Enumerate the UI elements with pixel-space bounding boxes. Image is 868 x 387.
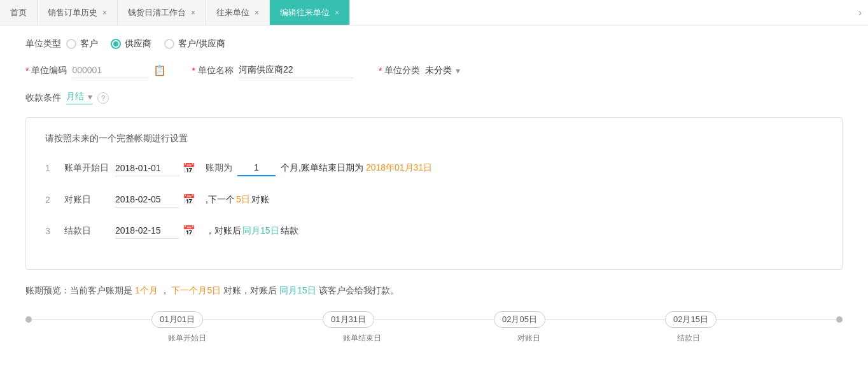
unit-code-input[interactable] [72,62,148,78]
row-2-desc1: ,下一个 [206,194,235,206]
setting-row-1: 1 账单开始日 📅 账期为 个月,账单结束日期为 2018年01月31日 [45,160,823,176]
radio-both-label: 客户/供应商 [178,38,225,50]
row-1-desc-suffix: 个月,账单结束日期为 [281,162,363,174]
tab-sales-history[interactable]: 销售订单历史 × [38,0,118,25]
timeline: 01月01日 01月31日 02月05日 02月15日 [25,311,843,344]
unit-category-value: 未分类 [425,65,452,76]
radio-both[interactable]: 客户/供应商 [164,38,225,50]
unit-code-star: * [25,66,29,76]
row-3-label: 结款日 [64,225,115,237]
tab-sales-history-close[interactable]: × [102,8,107,17]
unit-type-radio-group: 客户 供应商 客户/供应商 [66,38,225,50]
preview-mid2: 对账，对账后 [223,285,277,295]
unit-category-group: * 单位分类 未分类 ▾ [379,65,460,76]
timeline-date-1: 01月01日 [151,311,203,328]
timeline-date-3: 02月05日 [494,311,545,328]
payment-row: 收款条件 月结 ▾ ? [25,91,843,104]
radio-supplier-label: 供应商 [125,38,151,50]
unit-name-input[interactable] [239,62,353,78]
timeline-label-1: 账单开始日 [168,333,206,344]
timeline-label-1-text: 账单开始日 [168,333,206,344]
radio-both-circle [164,39,174,49]
payment-dropdown[interactable]: 月结 ▾ [66,91,92,104]
row-2-date-input[interactable] [115,192,179,208]
row-2-calendar-icon[interactable]: 📅 [183,194,195,206]
row-2-label: 对账日 [64,194,115,206]
setting-row-3: 3 结款日 📅 ，对账后 同月15日 结款 [45,223,823,239]
row-3-desc1: ，对账后 [206,225,241,237]
unit-name-label: 单位名称 [198,65,234,76]
timeline-left-dot [25,316,32,323]
timeline-right-dot [836,316,843,323]
unit-name-group: * 单位名称 [192,62,353,78]
radio-customer-circle [66,39,76,49]
row-1-highlight-date: 2018年01月31日 [366,162,432,174]
tab-partners-close[interactable]: × [255,8,259,17]
tab-cash-clear-close[interactable]: × [191,8,195,17]
row-1-period-input[interactable] [237,160,276,176]
tab-sales-history-label: 销售订单历史 [48,7,97,18]
tab-home[interactable]: 首页 [0,0,38,25]
row-1-label: 账单开始日 [64,162,115,174]
row-3-calendar-icon[interactable]: 📅 [183,225,195,237]
preview-suffix: 该客户会给我打款。 [319,285,399,295]
tab-home-label: 首页 [10,7,27,18]
unit-name-star: * [192,66,195,76]
row-3-highlight: 同月15日 [242,225,279,237]
unit-category-star: * [379,66,382,76]
timeline-line-5 [717,320,836,320]
tab-cash-clear[interactable]: 钱货日清工作台 × [118,0,206,25]
tab-partners[interactable]: 往来单位 × [206,0,270,25]
payment-value: 月结 [66,91,84,102]
row-1-desc-prefix: 账期为 [206,162,232,174]
unit-info-row: * 单位编码 📋 * 单位名称 * 单位分类 未分类 ▾ [25,62,843,78]
preview-prefix: 账期预览：当前客户账期是 [25,285,132,295]
unit-code-label: 单位编码 [31,65,67,76]
row-3-date-input[interactable] [115,223,179,239]
row-2-num: 2 [45,195,64,205]
timeline-date-2: 01月31日 [323,311,374,328]
unit-category-dropdown-icon[interactable]: ▾ [456,66,460,76]
timeline-node-2: 01月31日 [323,311,374,328]
row-1-num: 1 [45,163,64,173]
chevron-right-icon: › [858,7,862,18]
tab-edit-partner-label: 编辑往来单位 [280,7,330,18]
timeline-node-4: 02月15日 [665,311,717,328]
timeline-label-2: 账单结束日 [343,333,381,344]
timeline-label-4: 结款日 [677,333,700,344]
preview-mid1: ， [160,285,169,295]
radio-supplier[interactable]: 供应商 [111,38,151,50]
row-3-desc2: 结款 [281,225,298,237]
timeline-line-2 [203,320,323,320]
timeline-label-4-text: 结款日 [677,333,700,344]
preview-item1: 1个月 [135,285,158,295]
row-1-date-input[interactable] [115,160,179,176]
preview-section: 账期预览：当前客户账期是 1个月 ， 下一个月5日 对账，对账后 同月15日 该… [25,283,843,299]
preview-item2: 下一个月5日 [171,285,221,295]
unit-code-copy-icon[interactable]: 📋 [153,64,166,76]
radio-customer[interactable]: 客户 [66,38,98,50]
payment-help-icon[interactable]: ? [97,92,109,104]
unit-category-label: 单位分类 [384,65,420,76]
tab-edit-partner[interactable]: 编辑往来单位 × [270,0,350,25]
row-1-calendar-icon[interactable]: 📅 [183,162,195,174]
settings-section: 请按照未来的一个完整帐期进行设置 1 账单开始日 📅 账期为 个月,账单结束日期… [25,117,843,270]
unit-type-row: 单位类型 客户 供应商 客户/供应商 [25,38,843,50]
timeline-label-3: 对账日 [517,333,540,344]
radio-customer-label: 客户 [80,38,98,50]
setting-row-2: 2 对账日 📅 ,下一个 5日 对账 [45,192,823,208]
timeline-date-4: 02月15日 [665,311,717,328]
unit-code-group: * 单位编码 📋 [25,62,166,78]
row-3-num: 3 [45,226,64,236]
tab-partners-label: 往来单位 [216,7,249,18]
timeline-node-1: 01月01日 [151,311,203,328]
timeline-label-2-text: 账单结束日 [343,333,381,344]
tab-cash-clear-label: 钱货日清工作台 [128,7,186,18]
main-content: 单位类型 客户 供应商 客户/供应商 * 单位编码 📋 * 单位名称 [0,25,868,387]
radio-supplier-circle [111,39,121,49]
tab-expand-button[interactable]: › [852,7,868,18]
tab-edit-partner-close[interactable]: × [335,8,339,17]
timeline-node-3: 02月05日 [494,311,545,328]
timeline-label-3-text: 对账日 [517,333,540,344]
payment-dropdown-arrow[interactable]: ▾ [88,92,92,102]
